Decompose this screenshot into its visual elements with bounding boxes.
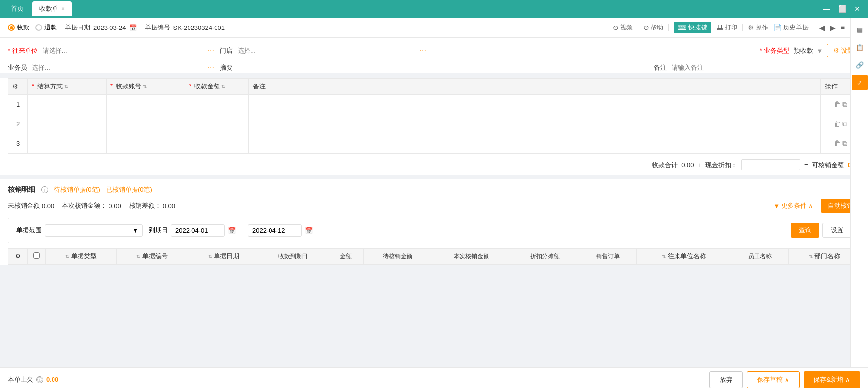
save-draft-btn[interactable]: 保存草稿 ∧ — [747, 371, 800, 388]
query-btn[interactable]: 查询 — [791, 223, 819, 238]
counterpart-sort[interactable]: ⇅ — [662, 254, 666, 259]
bth-sales-order: 销售订单 — [579, 249, 637, 265]
staff-input[interactable] — [30, 62, 205, 73]
radio-tuikuan[interactable]: 退款 — [35, 23, 57, 32]
row3-account[interactable] — [107, 134, 185, 154]
diff-value: 0.00 — [163, 202, 175, 210]
footer-value: 0.00 — [46, 376, 58, 383]
footer-left: 本单上欠 ⓘ 0.00 — [8, 375, 58, 384]
settlement-sort-icon[interactable]: ⇅ — [64, 84, 68, 89]
shop-input[interactable] — [236, 45, 417, 56]
row2-amount[interactable] — [185, 114, 249, 134]
tab-close-btn[interactable]: × — [61, 5, 65, 12]
row1-remark[interactable] — [249, 95, 821, 114]
footer-info-icon[interactable]: ⓘ — [36, 376, 43, 383]
bth-settings[interactable]: ⚙ — [8, 249, 28, 265]
abandon-btn[interactable]: 放弃 — [709, 371, 743, 388]
divider2 — [668, 24, 669, 31]
remark-input[interactable] — [670, 62, 860, 73]
tab-home[interactable]: 首页 — [4, 1, 30, 16]
sidebar-link-icon[interactable]: 🔗 — [852, 57, 868, 73]
row2-copy-icon[interactable]: ⧉ — [842, 120, 847, 128]
action-history[interactable]: 📄 历史单据 — [773, 23, 809, 32]
hexiao-done-tab[interactable]: 已核销单据(0笔) — [106, 185, 152, 194]
sidebar-expand-icon[interactable]: ⤢ — [852, 75, 868, 90]
row2-delete-icon[interactable]: 🗑 — [834, 120, 841, 128]
action-help[interactable]: ⊙ 帮助 — [643, 23, 663, 32]
date-value[interactable]: 2023-03-24 — [93, 24, 126, 31]
save-new-btn[interactable]: 保存&新增 ∧ — [804, 371, 860, 388]
amount-sort-icon[interactable]: ⇅ — [221, 84, 225, 89]
row1-copy-icon[interactable]: ⧉ — [842, 100, 847, 109]
row2-settlement[interactable] — [28, 114, 107, 134]
due-date-start-input[interactable] — [171, 224, 225, 237]
discount-input[interactable] — [741, 159, 800, 170]
row3-settlement[interactable] — [28, 134, 107, 154]
filter-row: 单据范围 ▼ 到期日 📅 — 📅 查询 设置 — [8, 218, 860, 243]
doc-type-sort[interactable]: ⇅ — [65, 254, 69, 259]
biz-type-dropdown[interactable]: ▼ — [817, 47, 823, 55]
abstract-field: 摘要 — [220, 62, 426, 73]
th-settings[interactable]: ⚙ — [8, 79, 28, 95]
hexiao-stats: 未核销金额 0.00 本次核销金额： 0.00 核销差额： 0.00 ▼ 更多条… — [8, 199, 860, 213]
more-conditions-btn[interactable]: ▼ 更多条件 ∧ — [773, 201, 813, 210]
biz-type-field: * 业务类型 预收款 ▼ ⚙ 设置 — [760, 44, 860, 57]
bth-pending: 待核销金额 — [364, 249, 432, 265]
restore-btn[interactable]: ⬜ — [836, 5, 848, 13]
radio-shoukuan[interactable]: 收款 — [8, 23, 29, 32]
bth-checkbox[interactable] — [28, 249, 46, 265]
print-icon: 🖶 — [716, 24, 723, 31]
account-required: * — [110, 83, 113, 90]
row1-delete-icon[interactable]: 🗑 — [834, 100, 841, 109]
account-sort-icon[interactable]: ⇅ — [143, 84, 147, 89]
bth-dept-label: 部门名称 — [814, 252, 840, 260]
bth-doc-no: ⇅ 单据编号 — [117, 249, 188, 265]
calendar-icon-start[interactable]: 📅 — [228, 227, 236, 234]
row3-copy-icon[interactable]: ⧉ — [842, 140, 847, 148]
date-field: 单据日期 2023-03-24 📅 — [65, 23, 137, 32]
sidebar-clipboard-icon[interactable]: 📋 — [852, 39, 868, 55]
hexiao-pending-tab[interactable]: 待核销单据(0笔) — [54, 185, 100, 194]
close-btn[interactable]: ✕ — [852, 5, 862, 13]
shortcut-label: 快捷键 — [688, 23, 707, 32]
nav-next-icon[interactable]: ▶ — [830, 23, 836, 32]
due-date-filter-field: 到期日 📅 — 📅 — [149, 224, 313, 237]
shop-more-btn[interactable]: ··· — [420, 46, 426, 55]
row2-account[interactable] — [107, 114, 185, 134]
doc-date-sort[interactable]: ⇅ — [208, 254, 212, 259]
row1-account[interactable] — [107, 95, 185, 114]
action-ops[interactable]: ⚙ 操作 — [748, 23, 768, 32]
nav-prev-icon[interactable]: ◀ — [819, 23, 825, 32]
calendar-icon-end[interactable]: 📅 — [305, 227, 313, 234]
range-filter-field: 单据范围 ▼ — [16, 224, 143, 237]
layout-list-icon[interactable]: ≡ — [841, 23, 845, 32]
stat-uncancelled: 未核销金额 0.00 — [8, 201, 54, 210]
row1-settlement[interactable] — [28, 95, 107, 114]
counterpart-more-btn[interactable]: ··· — [208, 46, 214, 55]
abstract-input[interactable] — [236, 62, 426, 73]
action-print[interactable]: 🖶 打印 — [716, 23, 737, 32]
tab-active[interactable]: 收款单 × — [32, 1, 72, 16]
hexiao-info-icon[interactable]: i — [41, 186, 48, 193]
total-value: 0.00 — [681, 161, 694, 168]
shortcut-btn[interactable]: ⌨ 快捷键 — [674, 22, 711, 33]
row1-amount[interactable] — [185, 95, 249, 114]
setting-btn[interactable]: 设置 — [822, 223, 852, 238]
row3-amount[interactable] — [185, 134, 249, 154]
dept-sort[interactable]: ⇅ — [809, 254, 813, 259]
due-date-end-input[interactable] — [248, 224, 302, 237]
counterpart-input[interactable] — [41, 45, 205, 56]
form-row-2: 业务员 ··· 摘要 备注 — [8, 62, 860, 73]
doc-no-sort[interactable]: ⇅ — [136, 254, 140, 259]
minimize-btn[interactable]: — — [821, 5, 832, 13]
row2-remark[interactable] — [249, 114, 821, 134]
row3-delete-icon[interactable]: 🗑 — [834, 140, 841, 148]
bth-doc-date: ⇅ 单据日期 — [188, 249, 259, 265]
staff-more-btn[interactable]: ··· — [208, 63, 214, 72]
sidebar-table-icon[interactable]: ▤ — [852, 22, 868, 37]
action-video[interactable]: ⊙ 视频 — [613, 23, 633, 32]
range-select[interactable]: ▼ — [45, 224, 143, 237]
select-all-checkbox[interactable] — [33, 252, 40, 259]
row3-remark[interactable] — [249, 134, 821, 154]
calendar-icon[interactable]: 📅 — [129, 24, 137, 31]
